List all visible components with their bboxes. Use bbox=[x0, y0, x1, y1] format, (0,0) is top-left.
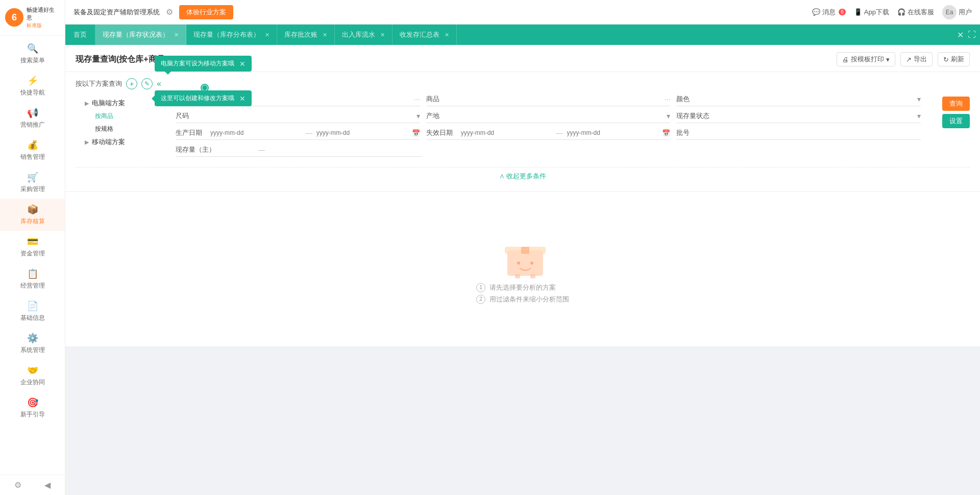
tooltip-scheme-top: 电脑方案可设为移动方案哦 ✕ bbox=[155, 56, 252, 72]
sidebar-item-purchase[interactable]: 🛒 采购管理 bbox=[0, 167, 65, 199]
filter-field-goods: 商品 ··· bbox=[426, 95, 671, 106]
tab-inventory-dist[interactable]: 现存量（库存分布表） ✕ bbox=[186, 25, 277, 45]
page-actions: 🖨 按模板打印 ▾ ↗ 导出 ↻ 刷新 bbox=[837, 52, 970, 66]
color-dropdown-icon[interactable]: ▾ bbox=[917, 95, 921, 103]
export-icon: ↗ bbox=[906, 56, 912, 63]
batch-input[interactable] bbox=[711, 129, 921, 137]
sidebar-item-label: 销售管理 bbox=[20, 153, 45, 161]
collapse-row[interactable]: ∧ 收起更多条件 bbox=[76, 167, 970, 185]
scheme-item-1[interactable]: 按商品 bbox=[91, 110, 157, 123]
message-btn[interactable]: 💬 消息 6 bbox=[812, 8, 846, 17]
print-template-btn[interactable]: 🖨 按模板打印 ▾ bbox=[837, 52, 895, 66]
tab-in-out-flow[interactable]: 出入库流水 ✕ bbox=[335, 25, 393, 45]
maximize-btn[interactable]: ⛶ bbox=[968, 30, 976, 39]
collapse-sidebar-btn[interactable]: ◀ bbox=[44, 480, 51, 490]
tab-collect-summary-close[interactable]: ✕ bbox=[445, 32, 449, 38]
tab-collect-summary[interactable]: 收发存汇总表 ✕ bbox=[393, 25, 457, 45]
exp-date-start-input[interactable] bbox=[461, 129, 552, 136]
message-label: 消息 bbox=[822, 8, 836, 17]
prod-date-calendar-icon[interactable]: 📅 bbox=[412, 129, 420, 137]
sidebar-item-operations[interactable]: 📋 经营管理 bbox=[0, 263, 65, 295]
sidebar-item-label: 新手引导 bbox=[20, 410, 45, 419]
svg-rect-2 bbox=[521, 247, 529, 254]
sidebar-item-enterprise[interactable]: 🤝 企业协同 bbox=[0, 360, 65, 392]
tab-batch-accounts[interactable]: 库存批次账 ✕ bbox=[277, 25, 335, 45]
tab-batch-accounts-close[interactable]: ✕ bbox=[323, 32, 327, 38]
experience-button[interactable]: 体验行业方案 bbox=[179, 5, 233, 19]
print-template-label: 按模板打印 bbox=[851, 55, 884, 64]
tab-inventory-status[interactable]: 现存量（库存状况表） ✕ bbox=[95, 25, 186, 45]
size-dropdown-icon[interactable]: ▾ bbox=[416, 112, 420, 120]
sidebar-item-search[interactable]: 🔍 搜索菜单 bbox=[0, 38, 65, 70]
stock-qty-start-input[interactable] bbox=[219, 146, 250, 154]
tooltip-mid-text: 这里可以创建和修改方案哦 bbox=[161, 94, 234, 103]
filter-add-btn[interactable]: + bbox=[126, 78, 137, 89]
filter-row-1: 仓库 ··· 商品 ··· 颜色 bbox=[165, 95, 921, 106]
tab-home[interactable]: 首页 bbox=[65, 25, 95, 45]
exp-date-end-input[interactable] bbox=[567, 129, 658, 136]
sidebar-item-system[interactable]: ⚙️ 系统管理 bbox=[0, 327, 65, 360]
step-1-num: 1 bbox=[476, 283, 485, 292]
filter-field-color: 颜色 ▾ bbox=[676, 95, 921, 106]
filter-back-btn[interactable]: « bbox=[157, 79, 161, 88]
exp-date-label: 失效日期 bbox=[426, 128, 457, 137]
goods-input[interactable] bbox=[461, 96, 660, 103]
desktop-sub-items: 按商品 按规格 bbox=[81, 110, 157, 135]
sidebar-item-finance[interactable]: 💳 资金管理 bbox=[0, 231, 65, 263]
sidebar-bottom: ⚙ ◀ bbox=[0, 475, 65, 495]
sidebar-item-label: 系统管理 bbox=[20, 346, 45, 355]
tabs-bar: 首页 现存量（库存状况表） ✕ 现存量（库存分布表） ✕ 库存批次账 ✕ 出入库… bbox=[65, 25, 980, 45]
sidebar-item-marketing[interactable]: 📢 营销推广 bbox=[0, 102, 65, 134]
user-area[interactable]: Ea 用户 bbox=[942, 5, 972, 19]
phone-icon: 📱 bbox=[854, 8, 862, 16]
tab-in-out-flow-close[interactable]: ✕ bbox=[380, 32, 385, 38]
system-icon: ⚙️ bbox=[27, 333, 38, 344]
origin-dropdown-icon[interactable]: ▾ bbox=[667, 112, 670, 120]
user-label: 用户 bbox=[959, 8, 972, 17]
filter-edit-btn[interactable]: ✎ bbox=[141, 78, 153, 89]
prod-date-start-input[interactable] bbox=[210, 129, 302, 136]
export-label: 导出 bbox=[914, 55, 927, 64]
message-badge: 6 bbox=[839, 9, 846, 15]
settings-button[interactable]: 设置 bbox=[942, 114, 970, 128]
tab-inventory-dist-close[interactable]: ✕ bbox=[265, 32, 270, 38]
content-wrapper: 现存量查询(按仓库+商品) 🖨 按模板打印 ▾ ↗ 导出 ↻ 刷新 bbox=[65, 45, 980, 346]
color-label: 颜色 bbox=[676, 95, 707, 104]
origin-input[interactable] bbox=[461, 112, 663, 120]
sidebar-item-guide[interactable]: 🎯 新手引导 bbox=[0, 392, 65, 424]
color-input[interactable] bbox=[711, 96, 913, 103]
empty-step-1: 1 请先选择要分析的方案 bbox=[476, 281, 569, 293]
app-download-btn[interactable]: 📱 App下载 bbox=[854, 8, 889, 17]
guide-icon: 🎯 bbox=[27, 397, 38, 408]
size-input[interactable] bbox=[210, 112, 412, 120]
sidebar-item-label: 资金管理 bbox=[20, 249, 45, 258]
stock-status-input[interactable] bbox=[714, 112, 913, 120]
sidebar-item-inventory[interactable]: 📦 库存核算 bbox=[0, 199, 65, 231]
stock-status-dropdown-icon[interactable]: ▾ bbox=[917, 112, 921, 120]
exp-date-calendar-icon[interactable]: 📅 bbox=[662, 129, 670, 137]
inventory-icon: 📦 bbox=[27, 204, 38, 215]
search-button[interactable]: 查询 bbox=[942, 97, 970, 111]
settings-bottom-btn[interactable]: ⚙ bbox=[14, 480, 21, 490]
sidebar-item-sales[interactable]: 💰 销售管理 bbox=[0, 134, 65, 167]
gear-settings-btn[interactable]: ⚙ bbox=[166, 7, 173, 17]
scheme-item-2[interactable]: 按规格 bbox=[91, 123, 157, 135]
basic-icon: 📄 bbox=[27, 300, 38, 312]
tab-inventory-status-close[interactable]: ✕ bbox=[174, 32, 179, 38]
export-btn[interactable]: ↗ 导出 bbox=[900, 52, 933, 66]
tooltip-top-close[interactable]: ✕ bbox=[239, 60, 246, 68]
svg-point-4 bbox=[530, 262, 533, 265]
stock-qty-end-input[interactable] bbox=[273, 146, 304, 154]
scheme-desktop[interactable]: ▶ 电脑端方案 bbox=[81, 97, 157, 110]
scheme-mobile[interactable]: ▶ 移动端方案 bbox=[81, 135, 157, 149]
tab-batch-accounts-label: 库存批次账 bbox=[284, 30, 317, 39]
empty-text: 1 请先选择要分析的方案 2 用过滤条件来缩小分析范围 bbox=[476, 281, 569, 305]
close-all-tabs-btn[interactable]: ✕ bbox=[957, 30, 964, 40]
refresh-btn[interactable]: ↻ 刷新 bbox=[938, 52, 970, 66]
scheme-desktop-label: 电脑端方案 bbox=[92, 99, 125, 108]
sidebar-item-basic[interactable]: 📄 基础信息 bbox=[0, 295, 65, 327]
prod-date-end-input[interactable] bbox=[316, 129, 408, 136]
tooltip-mid-close[interactable]: ✕ bbox=[239, 95, 246, 103]
sidebar-item-quick[interactable]: ⚡ 快捷导航 bbox=[0, 70, 65, 102]
online-support-btn[interactable]: 🎧 在线客服 bbox=[897, 8, 934, 17]
